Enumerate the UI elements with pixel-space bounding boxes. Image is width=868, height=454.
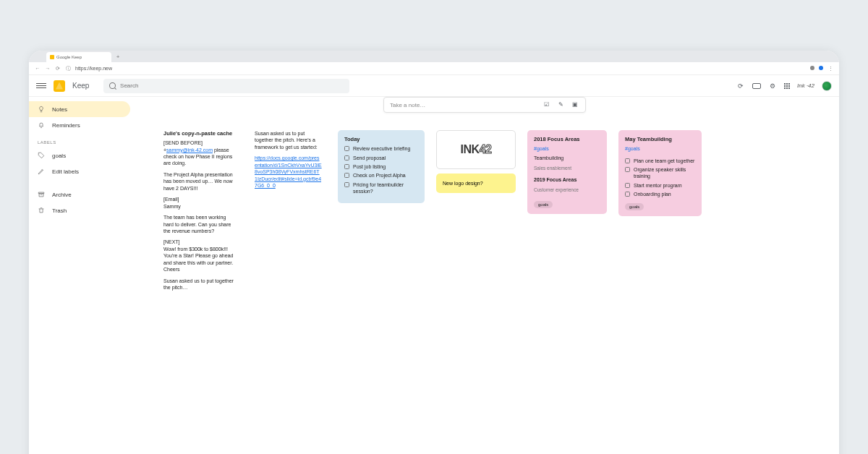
checklist-label: Post job listing (353, 163, 386, 170)
sidebar-item-label: goals (52, 153, 66, 159)
checkbox-icon[interactable] (344, 182, 349, 187)
logo-text-a: INK (461, 143, 480, 156)
settings-icon[interactable]: ⚙ (768, 82, 777, 90)
favicon-icon (50, 55, 54, 59)
note-text: Sammy (163, 204, 181, 209)
checklist-item[interactable]: Pricing for teambuilder session? (344, 181, 418, 195)
account-avatar[interactable] (822, 81, 832, 91)
sidebar-item-notes[interactable]: Notes (29, 101, 130, 117)
note-card[interactable]: 2018 Focus Areas #goals Teambuilding Sal… (527, 130, 607, 214)
note-title: 2018 Focus Areas (534, 136, 600, 143)
new-list-icon[interactable]: ☑ (542, 100, 550, 109)
sidebar: Notes Reminders LABELS goals Edit labels (29, 97, 130, 454)
checklist-label: Review executive briefing (353, 145, 410, 152)
extension-dot-icon[interactable] (819, 66, 823, 70)
sidebar-item-label: Notes (52, 106, 67, 113)
search-bar[interactable] (103, 79, 349, 93)
new-tab-button[interactable]: + (114, 53, 122, 61)
browser-menu-icon[interactable]: ⋮ (827, 66, 833, 72)
note-text: Teambuilding (534, 155, 600, 161)
forward-icon[interactable]: → (45, 66, 51, 72)
main-menu-button[interactable] (36, 81, 46, 91)
checklist-label: Check on Project Alpha (353, 172, 406, 179)
note-text: [NEXT] (163, 239, 180, 244)
note-hashtag[interactable]: #goals (534, 146, 549, 151)
keep-logo-icon (54, 80, 65, 92)
checklist-label: Pricing for teambuilder session? (353, 181, 418, 195)
note-hashtag[interactable]: #goals (625, 146, 640, 151)
note-text: Sales enablement (534, 166, 600, 172)
checkbox-icon[interactable] (344, 146, 349, 151)
take-note-placeholder: Take a note… (390, 102, 536, 108)
checklist-item[interactable]: Send proposal (344, 155, 418, 161)
sidebar-item-reminders[interactable]: Reminders (29, 117, 130, 133)
tag-icon (38, 152, 45, 159)
checkbox-icon[interactable] (344, 155, 349, 160)
sidebar-section-labels: LABELS (29, 133, 130, 147)
note-card[interactable]: Susan asked us to put together the pitch… (250, 130, 326, 189)
back-icon[interactable]: ← (35, 66, 41, 72)
note-link[interactable]: https://docs.google.com/presentation/d/1… (255, 155, 322, 188)
reload-icon[interactable]: ⟳ (55, 66, 61, 72)
checkbox-icon[interactable] (344, 173, 349, 178)
sidebar-item-label: Edit labels (52, 168, 79, 175)
sidebar-item-label-goals[interactable]: goals (29, 147, 130, 163)
browser-tab[interactable]: Google Keep (46, 52, 111, 62)
note-text: 2019 Focus Areas (534, 176, 600, 183)
checklist-label: Onboarding plan (634, 191, 671, 197)
extension-dot-icon[interactable] (810, 66, 814, 70)
list-view-icon[interactable] (752, 83, 761, 89)
note-text: Wow! from $300k to $800k!!! You're a Sta… (163, 247, 233, 272)
url-text[interactable]: https://keep.new (75, 66, 806, 71)
note-tag[interactable]: goals (534, 201, 553, 208)
new-drawing-icon[interactable]: ✎ (556, 100, 565, 109)
checkbox-icon[interactable] (344, 164, 349, 169)
browser-tabstrip: Google Keep + (29, 51, 839, 62)
brand-name: Keep (72, 82, 89, 90)
checklist-item[interactable]: Onboarding plan (625, 191, 695, 197)
new-image-icon[interactable]: ▣ (571, 100, 579, 109)
checklist-item[interactable]: Post job listing (344, 163, 418, 170)
note-title: Julie's copy-n-paste cache (163, 130, 234, 137)
pencil-icon (38, 168, 45, 175)
checkbox-icon[interactable] (625, 183, 630, 188)
content-area: Take a note… ☑ ✎ ▣ Julie's copy-n-paste … (130, 97, 839, 454)
sidebar-item-label: Archive (52, 192, 72, 198)
checklist-item[interactable]: Start mentor program (625, 182, 695, 189)
sidebar-item-archive[interactable]: Archive (29, 187, 130, 202)
note-caption: New logo design? (436, 174, 516, 193)
checklist-item[interactable]: Plan one team get together (625, 158, 695, 164)
take-note-bar[interactable]: Take a note… ☑ ✎ ▣ (383, 97, 586, 113)
refresh-icon[interactable]: ⟳ (736, 82, 745, 90)
checklist-item[interactable]: Review executive briefing (344, 145, 418, 152)
archive-icon (38, 191, 45, 198)
bell-icon (38, 121, 45, 129)
app-body: Notes Reminders LABELS goals Edit labels (29, 97, 839, 454)
sidebar-item-edit-labels[interactable]: Edit labels (29, 163, 130, 179)
apps-grid-icon[interactable] (784, 83, 790, 89)
note-card[interactable]: Julie's copy-n-paste cache [SEND BEFORE]… (159, 130, 239, 295)
checklist-label: Plan one team get together (634, 158, 694, 164)
checkbox-icon[interactable] (625, 167, 630, 172)
app-header: Keep ⟳ ⚙ Ink ·42 (29, 75, 839, 97)
device-frame: Google Keep + ← → ⟳ ⓘ https://keep.new ⋮… (29, 51, 839, 454)
note-card-checklist[interactable]: May Teambuilding #goals Plan one team ge… (618, 130, 702, 216)
checklist-label: Start mentor program (634, 182, 682, 189)
lock-icon: ⓘ (65, 66, 71, 72)
workspace-wordmark: Ink ·42 (797, 82, 814, 89)
checkbox-icon[interactable] (625, 158, 630, 163)
note-card-checklist[interactable]: Today Review executive briefing Send pro… (338, 130, 425, 203)
note-text: Susan asked us to put together the pitch… (163, 278, 234, 291)
sidebar-item-label: Reminders (52, 122, 80, 129)
checklist-label: Organize speaker skills training (634, 166, 695, 180)
note-card-image[interactable]: INK42 New logo design? (436, 130, 516, 193)
note-link[interactable]: sammy@ink-42.com (166, 147, 213, 153)
checklist-item[interactable]: Check on Project Alpha (344, 172, 418, 179)
sidebar-item-trash[interactable]: Trash (29, 202, 130, 218)
search-input[interactable] (120, 82, 344, 89)
logo-text-b: 42 (480, 143, 492, 156)
note-tag[interactable]: goals (625, 203, 644, 210)
note-text: [SEND BEFORE] (163, 140, 203, 145)
checkbox-icon[interactable] (625, 192, 630, 197)
checklist-item[interactable]: Organize speaker skills training (625, 166, 695, 180)
